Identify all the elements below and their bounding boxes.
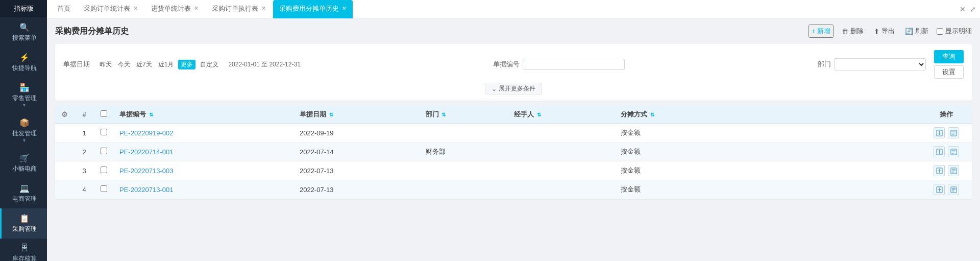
sidebar-item-retail-label: 零售管理 xyxy=(12,94,37,103)
chevron-down-icon-2: ▼ xyxy=(22,138,27,143)
tab-close-all-icon[interactable]: ✕ xyxy=(960,5,966,13)
split-method-col-label: 分摊方式 xyxy=(621,110,647,118)
shortcut-7days[interactable]: 近7天 xyxy=(135,60,154,69)
doc-no-col-header[interactable]: 单据编号 ⇅ xyxy=(113,106,293,124)
row-checkbox-3[interactable] xyxy=(101,185,107,192)
tab-expand-icon[interactable]: ⤢ xyxy=(970,5,976,13)
filter-buttons: 查询 设置 xyxy=(934,50,964,79)
doc-no-cell: PE-20220713-001 xyxy=(113,180,293,199)
sidebar-item-mini-shop[interactable]: 🛒 小畅电商 xyxy=(0,148,47,178)
toolbar: + 新增 🗑 删除 ⬆ 导出 🔄 刷新 显示明细 xyxy=(808,25,972,38)
sidebar-item-ecommerce[interactable]: 💻 电商管理 xyxy=(0,178,47,208)
tab-bar-actions: ✕ ⤢ xyxy=(960,5,976,13)
sidebar-item-wholesale[interactable]: 📦 批发管理 ▼ xyxy=(0,113,47,148)
dept-select[interactable] xyxy=(834,58,926,70)
gear-col-header[interactable]: ⚙ xyxy=(55,106,74,124)
gear-cell xyxy=(55,180,74,199)
edit-icon-btn[interactable] xyxy=(934,165,945,176)
sort-icon-doc-no: ⇅ xyxy=(149,112,153,117)
edit-icon-btn[interactable] xyxy=(934,146,945,157)
tab-close-icon-4[interactable]: ✕ xyxy=(342,5,347,12)
tab-purchase-order-stats[interactable]: 采购订单统计表 ✕ xyxy=(78,0,144,18)
table-body: 1 PE-20220919-002 2022-09-19 按金额 2 PE-20… xyxy=(55,124,972,199)
settings-button[interactable]: 设置 xyxy=(934,65,964,79)
tab-close-icon-3[interactable]: ✕ xyxy=(261,5,266,12)
tab-inbound-stats-label: 进货单统计表 xyxy=(151,4,191,13)
chevron-down-icon: ▼ xyxy=(22,103,27,108)
check-cell[interactable] xyxy=(94,143,113,161)
delete-button[interactable]: 🗑 删除 xyxy=(840,26,866,37)
table-row: 3 PE-20220713-003 2022-07-13 按金额 xyxy=(55,161,972,180)
gear-icon[interactable]: ⚙ xyxy=(61,110,68,118)
show-cols-checkbox[interactable] xyxy=(937,28,943,35)
sort-icon-dept: ⇅ xyxy=(442,112,446,117)
sidebar-item-quick-nav[interactable]: ⚡ 快捷导航 xyxy=(0,48,47,78)
tab-close-icon-2[interactable]: ✕ xyxy=(194,5,199,12)
detail-icon-btn[interactable] xyxy=(948,184,959,195)
search-icon: 🔍 xyxy=(19,22,30,32)
dept-col-header[interactable]: 部门 ⇅ xyxy=(420,106,508,124)
query-button[interactable]: 查询 xyxy=(934,50,964,63)
export-label: 导出 xyxy=(881,27,895,36)
doc-no-input[interactable] xyxy=(523,59,625,70)
wholesale-icon: 📦 xyxy=(19,118,30,128)
shortcut-today[interactable]: 今天 xyxy=(116,60,132,69)
detail-icon-btn[interactable] xyxy=(948,127,959,138)
doc-no-cell: PE-20220919-002 xyxy=(113,124,293,143)
doc-no-link[interactable]: PE-20220713-001 xyxy=(119,186,174,194)
tab-home[interactable]: 首页 xyxy=(51,0,77,18)
row-checkbox-1[interactable] xyxy=(101,148,107,154)
ops-col-header: 操作 xyxy=(921,106,972,124)
date-range-text: 2022-01-01 至 2022-12-31 xyxy=(228,60,300,69)
sort-icon-doc-date: ⇅ xyxy=(329,112,333,117)
refresh-icon: 🔄 xyxy=(905,28,913,35)
quick-nav-icon: ⚡ xyxy=(19,53,30,62)
gear-cell xyxy=(55,143,74,161)
add-button[interactable]: + 新增 xyxy=(808,25,834,38)
check-cell[interactable] xyxy=(94,124,113,143)
doc-date-col-header[interactable]: 单据日期 ⇅ xyxy=(293,106,420,124)
doc-date-cell: 2022-07-13 xyxy=(293,180,420,199)
export-button[interactable]: ⬆ 导出 xyxy=(872,26,897,37)
tab-inbound-stats[interactable]: 进货单统计表 ✕ xyxy=(145,0,205,18)
content-area: 采购费用分摊单历史 + 新增 🗑 删除 ⬆ 导出 🔄 刷新 xyxy=(47,18,980,261)
split-method-col-header[interactable]: 分摊方式 ⇅ xyxy=(615,106,921,124)
check-cell[interactable] xyxy=(94,161,113,180)
expand-more-button[interactable]: ⌄ 展开更多条件 xyxy=(485,83,542,94)
row-checkbox-0[interactable] xyxy=(101,129,107,135)
doc-no-link[interactable]: PE-20220713-003 xyxy=(119,167,174,175)
tab-purchase-order-exec-label: 采购订单执行表 xyxy=(212,4,258,13)
sidebar-item-search[interactable]: 🔍 搜索菜单 xyxy=(0,17,47,48)
check-cell[interactable] xyxy=(94,180,113,199)
sidebar-item-purchase-label: 采购管理 xyxy=(12,225,37,233)
doc-date-cell: 2022-07-14 xyxy=(293,143,420,161)
tab-purchase-cost-history-label: 采购费用分摊单历史 xyxy=(279,4,339,13)
tab-home-label: 首页 xyxy=(57,4,70,13)
detail-icon-btn[interactable] xyxy=(948,146,959,157)
doc-no-link[interactable]: PE-20220714-001 xyxy=(119,148,174,156)
shortcut-yesterday[interactable]: 昨天 xyxy=(98,60,113,69)
table-row: 4 PE-20220713-001 2022-07-13 按金额 xyxy=(55,180,972,199)
doc-date-cell: 2022-07-13 xyxy=(293,161,420,180)
sidebar-item-purchase[interactable]: 📋 采购管理 xyxy=(0,208,47,239)
shortcut-custom[interactable]: 自定义 xyxy=(199,60,220,69)
sidebar-item-retail[interactable]: 🏪 零售管理 ▼ xyxy=(0,78,47,113)
show-cols-checkbox-label[interactable]: 显示明细 xyxy=(937,27,972,36)
select-all-checkbox[interactable] xyxy=(101,110,107,117)
tab-close-icon-1[interactable]: ✕ xyxy=(133,5,138,12)
tab-purchase-cost-history[interactable]: 采购费用分摊单历史 ✕ xyxy=(273,0,353,18)
shortcut-more[interactable]: 更多 xyxy=(178,60,195,69)
sidebar: 指标版 🔍 搜索菜单 ⚡ 快捷导航 🏪 零售管理 ▼ 📦 批发管理 ▼ 🛒 小畅… xyxy=(0,0,47,261)
handler-col-header[interactable]: 经手人 ⇅ xyxy=(508,106,615,124)
row-checkbox-2[interactable] xyxy=(101,167,107,173)
shortcut-1month[interactable]: 近1月 xyxy=(157,60,176,69)
dept-cell xyxy=(420,124,508,143)
tab-purchase-order-exec[interactable]: 采购订单执行表 ✕ xyxy=(206,0,272,18)
edit-icon-btn[interactable] xyxy=(934,127,945,138)
edit-icon-btn[interactable] xyxy=(934,184,945,195)
sidebar-item-inventory[interactable]: 🗄 库存核算 xyxy=(0,239,47,261)
refresh-label: 刷新 xyxy=(915,27,928,36)
refresh-button[interactable]: 🔄 刷新 xyxy=(903,26,930,37)
doc-no-link[interactable]: PE-20220919-002 xyxy=(119,129,174,137)
detail-icon-btn[interactable] xyxy=(948,165,959,176)
